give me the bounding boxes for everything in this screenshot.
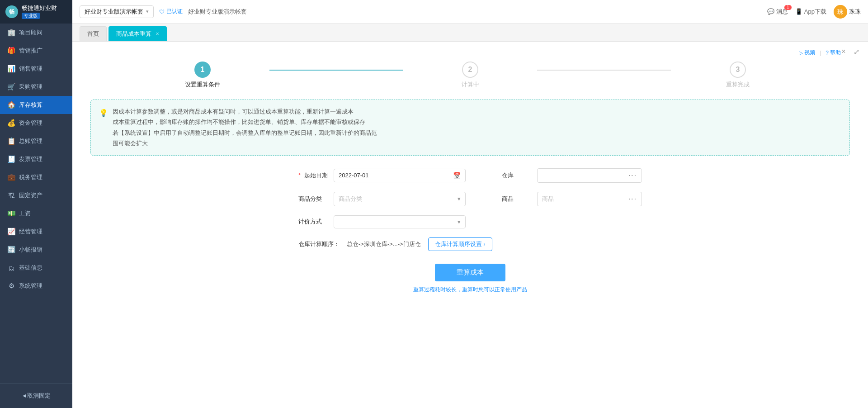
step-3: 3 重算完成 [671,62,805,89]
step-line-1 [269,70,403,71]
payroll-icon: 💵 [7,209,15,218]
tab-home[interactable]: 首页 [80,26,107,41]
phone-icon: 📱 [795,8,802,15]
main-area: 好业财专业版演示帐套 ▾ 🛡 已认证 好业财专业版演示帐套 💬 消息 1 📱 A… [72,0,868,408]
sidebar-item-expense[interactable]: 🔄 小畅报销 [0,241,72,259]
svg-text:珠: 珠 [837,8,844,15]
info-icon: 💡 [99,107,108,149]
tab-cost-recalc[interactable]: 商品成本重算 × [108,26,167,41]
logo-icon: 畅 [5,5,18,18]
project-icon: 🏢 [7,28,15,37]
account-selector[interactable]: 好业财专业版演示帐套 ▾ [80,5,154,18]
goods-group: 商品 商品 ··· [475,192,642,206]
sidebar-item-sales[interactable]: 📊 销售管理 [0,60,72,78]
top-header: 好业财专业版演示帐套 ▾ 🛡 已认证 好业财专业版演示帐套 💬 消息 1 📱 A… [72,0,868,24]
sidebar-item-project[interactable]: 🏢 项目顾问 [0,24,72,42]
help-icon: ? [826,50,829,56]
inventory-icon: 🏠 [7,101,15,109]
account-display-name: 好业财专业版演示帐套 [188,8,247,16]
system-icon: ⚙ [7,282,15,290]
chevron-down-icon: ▾ [458,218,461,225]
sidebar-item-system[interactable]: ⚙ 系统管理 [0,277,72,295]
avatar: 珠 [834,5,847,19]
sidebar-item-inventory[interactable]: 🏠 库存核算 [0,96,72,114]
basic-icon: 🗂 [7,264,15,272]
warehouse-group: 仓库 ··· [475,168,642,183]
step-1-label: 设置重算条件 [185,81,220,89]
help-links: ▷ 视频 | ? 帮助 [799,49,841,57]
recalc-section: 重算成本 重算过程耗时较长，重算时您可以正常使用产品 [298,264,642,294]
category-label: 商品分类 [298,195,330,203]
dots-icon: ··· [628,171,637,180]
cancel-pin-button[interactable]: ◄取消固定 [0,387,72,404]
sidebar-item-basic[interactable]: 🗂 基础信息 [0,259,72,277]
category-select[interactable]: 商品分类 ▾ [334,192,466,206]
marketing-icon: 🎁 [7,47,15,55]
sidebar-bottom: ◄取消固定 [0,383,72,408]
start-date-label: * 起始日期 [298,171,330,180]
warehouse-order-settings-button[interactable]: 仓库计算顺序设置 › [428,237,492,251]
form-row-2: 商品分类 商品分类 ▾ 商品 商品 ··· [298,192,642,206]
form-row-3: 计价方式 ▾ [298,215,642,228]
help-link[interactable]: ? 帮助 [826,49,841,57]
step-3-label: 重算完成 [726,81,750,89]
step-1: 1 设置重算条件 [136,62,269,89]
chevron-down-icon: ▾ [146,9,149,14]
form-section: * 起始日期 2022-07-01 📅 仓库 ··· [298,168,642,294]
operations-icon: 📈 [7,228,15,236]
warehouse-input[interactable]: ··· [537,168,642,183]
start-date-group: * 起始日期 2022-07-01 📅 [298,169,466,182]
step-line-2 [537,70,671,71]
maximize-window-button[interactable]: ⤢ [852,47,861,56]
finance-icon: 💰 [7,119,15,127]
message-button[interactable]: 💬 消息 1 [767,8,788,16]
sidebar-item-payroll[interactable]: 💵 工资 [0,204,72,223]
step-2-label: 计算中 [462,81,479,89]
tax-icon: 💼 [7,173,15,181]
expense-icon: 🔄 [7,246,15,254]
close-window-button[interactable]: × [839,47,848,56]
sidebar-item-assets[interactable]: 🏗 固定资产 [0,186,72,204]
header-right: 💬 消息 1 📱 App下载 珠 珠珠 [767,5,861,19]
stepper: 1 设置重算条件 2 计算中 3 重算完成 [90,62,850,89]
dots-icon-goods: ··· [628,195,637,203]
warehouse-order-value: 总仓->深圳仓库->...->门店仓 [347,240,421,248]
step-2: 2 计算中 [403,62,537,89]
info-text: 因成本计算参数调整，或是对商品成本有疑问时，可以通过成本重算功能，重新计算一遍成… [113,106,377,149]
assets-icon: 🏗 [7,192,15,199]
app-download-button[interactable]: 📱 App下载 [795,8,826,16]
step-3-circle: 3 [730,62,746,78]
start-date-input[interactable]: 2022-07-01 📅 [334,169,466,182]
pricing-select[interactable]: ▾ [334,215,466,228]
tab-close-icon[interactable]: × [156,31,159,37]
step-2-circle: 2 [462,62,478,78]
logo-text: 畅捷通好业财 专业版 [22,5,57,19]
info-box: 💡 因成本计算参数调整，或是对商品成本有疑问时，可以通过成本重算功能，重新计算一… [90,100,850,156]
user-menu[interactable]: 珠 珠珠 [834,5,861,19]
step-1-circle: 1 [194,62,211,78]
sidebar-item-invoice[interactable]: 🧾 发票管理 [0,150,72,168]
sidebar-item-finance[interactable]: 💰 资金管理 [0,114,72,132]
sidebar-item-tax[interactable]: 💼 税务管理 [0,168,72,186]
sidebar-item-purchase[interactable]: 🛒 采购管理 [0,78,72,96]
goods-input[interactable]: 商品 ··· [537,192,642,206]
sidebar-item-accounting[interactable]: 📋 总账管理 [0,132,72,150]
invoice-icon: 🧾 [7,155,15,163]
accounting-icon: 📋 [7,137,15,145]
category-group: 商品分类 商品分类 ▾ [298,192,466,206]
pricing-group: 计价方式 ▾ [298,215,466,228]
purchase-icon: 🛒 [7,83,15,91]
warehouse-order-label: 仓库计算顺序： [298,240,340,248]
warehouse-label: 仓库 [502,171,533,180]
recalc-button[interactable]: 重算成本 [435,264,505,281]
message-icon: 💬 [767,8,774,15]
video-link[interactable]: ▷ 视频 [799,49,815,57]
sidebar-item-operations[interactable]: 📈 经营管理 [0,223,72,241]
play-icon: ▷ [799,50,803,56]
pricing-label: 计价方式 [298,218,330,226]
warehouse-order-row: 仓库计算顺序： 总仓->深圳仓库->...->门店仓 仓库计算顺序设置 › [298,237,642,251]
sales-icon: 📊 [7,65,15,73]
tabs-bar: 首页 商品成本重算 × [72,24,868,42]
sidebar-item-marketing[interactable]: 🎁 营销推广 [0,42,72,60]
chevron-down-icon: ▾ [458,195,461,202]
